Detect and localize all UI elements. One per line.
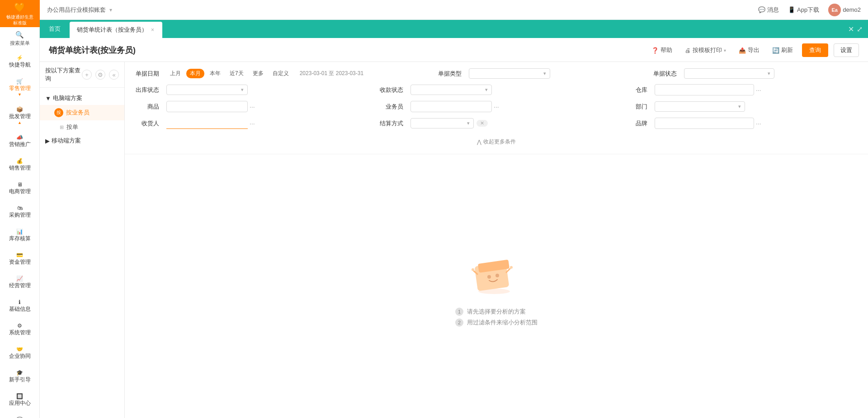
collect-status-label: 收款状态	[378, 86, 403, 94]
settlement-clear-tag[interactable]: ✕	[476, 120, 488, 127]
collect-status-control: ▾	[410, 85, 615, 95]
query-button[interactable]: 查询	[802, 43, 828, 57]
basic-icon: ℹ	[19, 299, 21, 305]
goods-dots-button[interactable]: ···	[250, 103, 255, 110]
tab-close-button[interactable]: ×	[150, 26, 155, 33]
dept-select[interactable]: ▾	[655, 101, 745, 112]
warehouse-dots-button[interactable]: ···	[756, 86, 761, 94]
goods-input[interactable]	[166, 101, 248, 112]
sidebar-item-operations[interactable]: 📈 经营管理	[0, 271, 39, 294]
out-status-select[interactable]: ▾	[166, 85, 248, 95]
sidebar-item-label: 批发管理	[9, 113, 31, 120]
sidebar-item-newbie[interactable]: 🎓 新手引导	[0, 365, 39, 389]
message-label: 消息	[767, 6, 779, 14]
dropdown-arrow-icon[interactable]: ▾	[109, 7, 112, 13]
empty-hint-1: 1 请先选择要分析的方案	[455, 308, 538, 316]
sidebar-item-label: 应用中心	[9, 399, 31, 407]
print-icon: 🖨	[685, 47, 691, 54]
date-tab-custom[interactable]: 自定义	[269, 69, 292, 78]
doc-type-select[interactable]: ▾	[469, 68, 550, 79]
app-logo[interactable]: 🧡 畅捷通好生意 标准版	[0, 0, 40, 27]
settlement-select[interactable]: ▾	[410, 118, 474, 128]
tag-close-icon[interactable]: ✕	[480, 120, 484, 126]
scheme-sub-item-label: 按单	[66, 123, 78, 131]
scheme-item-by-order[interactable]: ⊞ 按单	[40, 120, 124, 134]
scheme-group-header-mobile[interactable]: ▶ 移动端方案	[40, 134, 124, 147]
print-dropdown-icon: ▾	[724, 48, 726, 53]
sidebar-item-inventory[interactable]: 📊 库存核算	[0, 224, 39, 247]
print-label: 按模板打印	[693, 46, 722, 54]
sidebar-item-search[interactable]: 🔍 搜索菜单	[0, 27, 39, 50]
doc-status-label: 单据状态	[651, 70, 677, 78]
brand-dots-button[interactable]: ···	[756, 120, 761, 127]
doc-status-control: ▾	[684, 68, 859, 79]
sidebar-item-sales[interactable]: 💰 销售管理	[0, 153, 39, 177]
settings-button[interactable]: 设置	[834, 43, 859, 57]
scheme-item-by-salesman[interactable]: 按 按业务员	[40, 105, 124, 120]
date-tab-7days[interactable]: 近7天	[226, 69, 247, 78]
group-label-mobile: 移动端方案	[52, 137, 81, 145]
collapse-filter-button[interactable]: ⋀ 收起更多条件	[134, 134, 859, 147]
scheme-group-header-desktop[interactable]: ▼ 电脑端方案	[40, 91, 124, 105]
settings-scheme-button[interactable]: ⚙	[95, 70, 105, 80]
recipient-dots-button[interactable]: ···	[250, 120, 255, 127]
collect-status-select[interactable]: ▾	[410, 85, 492, 95]
avatar: Ea	[828, 4, 841, 16]
tab-sales-stats[interactable]: 销货单统计表（按业务员） ×	[70, 22, 162, 38]
date-tab-last-month[interactable]: 上月	[166, 69, 184, 78]
date-label: 单据日期	[134, 70, 159, 78]
sidebar-item-label: 快捷导航	[9, 61, 31, 69]
print-button[interactable]: 🖨 按模板打印 ▾	[681, 44, 730, 56]
sidebar-item-wechat[interactable]: 💬 企业微信	[0, 412, 39, 418]
group-toggle-icon-mobile: ▶	[45, 138, 50, 144]
sidebar-item-system[interactable]: ⚙ 系统管理	[0, 318, 39, 342]
doc-status-select[interactable]: ▾	[684, 68, 774, 79]
doc-type-control[interactable]: ▾	[469, 68, 644, 79]
user-profile[interactable]: Ea demo2	[828, 4, 861, 16]
app-download-label: App下载	[797, 6, 819, 14]
empty-hint-2: 2 用过滤条件来缩小分析范围	[455, 318, 538, 327]
search-icon: 🔍	[15, 31, 24, 39]
left-panel-header: 按以下方案查询 + ⚙ «	[40, 62, 124, 88]
brand-input[interactable]	[655, 118, 754, 129]
salesman-input[interactable]	[410, 101, 492, 112]
app-download-button[interactable]: 📱 App下载	[788, 6, 819, 14]
page-header: 销货单统计表(按业务员) ❓ 帮助 🖨 按模板打印 ▾ 📤 导出 🔄 刷新	[40, 38, 868, 62]
download-icon: 📱	[788, 6, 795, 13]
sidebar-item-apps[interactable]: 🔲 应用中心	[0, 389, 39, 412]
export-button[interactable]: 📤 导出	[735, 44, 763, 56]
close-window-icon[interactable]: ✕	[848, 25, 854, 33]
sidebar-item-label: 销售管理	[9, 164, 31, 172]
sidebar-item-finance[interactable]: 💳 资金管理	[0, 247, 39, 271]
doc-type-arrow-icon: ▾	[543, 71, 546, 76]
salesman-dots-button[interactable]: ···	[494, 103, 499, 110]
sidebar-item-basic[interactable]: ℹ 基础信息	[0, 294, 39, 318]
empty-hints: 1 请先选择要分析的方案 2 用过滤条件来缩小分析范围	[455, 308, 538, 327]
sidebar-item-quick-nav[interactable]: ⚡ 快捷导航	[0, 50, 39, 74]
sidebar-item-label: 采购管理	[9, 211, 31, 219]
sidebar-search-label: 搜索菜单	[10, 40, 30, 47]
maximize-icon[interactable]: ⤢	[857, 25, 863, 33]
tab-home[interactable]: 首页	[40, 20, 70, 38]
refresh-button[interactable]: 🔄 刷新	[769, 44, 797, 56]
recipient-input[interactable]	[166, 118, 248, 129]
date-tab-this-year[interactable]: 本年	[206, 69, 224, 78]
add-scheme-button[interactable]: +	[82, 70, 92, 80]
sidebar-item-enterprise[interactable]: 🤝 企业协同	[0, 342, 39, 365]
topbar-left: 办公用品行业模拟账套 ▾	[47, 6, 112, 14]
sidebar-item-wholesale[interactable]: 📦 批发管理 ▲	[0, 102, 39, 130]
app-name-label[interactable]: 办公用品行业模拟账套	[47, 6, 106, 14]
sidebar-item-retail[interactable]: 🛒 零售管理 ▼	[0, 74, 39, 102]
marketing-icon: 📣	[16, 134, 23, 141]
sidebar-item-purchase[interactable]: 🛍 采购管理	[0, 200, 39, 224]
warehouse-input[interactable]	[655, 84, 754, 95]
operations-icon: 📈	[16, 276, 23, 282]
sidebar-item-ecommerce[interactable]: 🖥 电商管理	[0, 177, 39, 200]
collapse-panel-button[interactable]: «	[109, 70, 119, 80]
message-button[interactable]: 💬 消息	[758, 6, 779, 14]
wholesale-icon: 📦	[16, 106, 23, 113]
sidebar-item-marketing[interactable]: 📣 营销推广	[0, 130, 39, 153]
help-button[interactable]: ❓ 帮助	[648, 44, 676, 56]
date-tab-more[interactable]: 更多	[249, 69, 267, 78]
date-tab-this-month[interactable]: 本月	[186, 69, 204, 78]
